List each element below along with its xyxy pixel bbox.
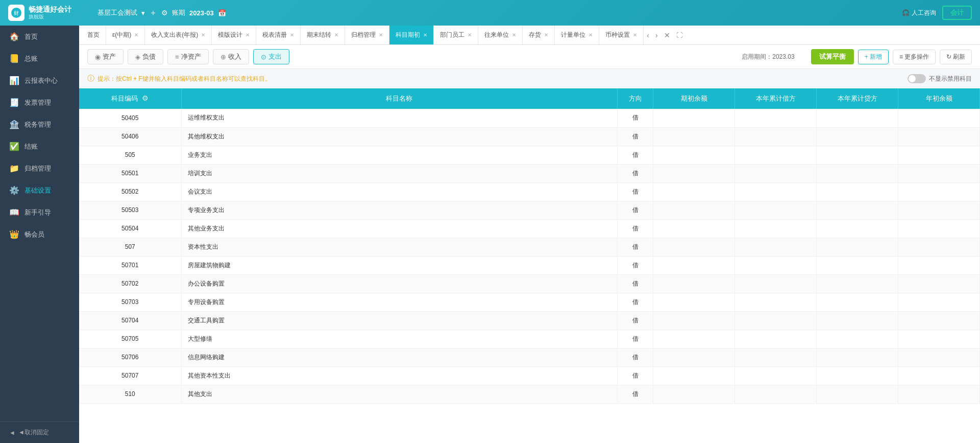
cell-code: 50707 (79, 366, 181, 385)
tab-home[interactable]: 首页 (81, 26, 106, 45)
tab-tax-clear[interactable]: 税表清册 ✕ (256, 26, 301, 45)
sub-tab-asset[interactable]: ◉ 资产 (87, 49, 124, 64)
calendar-icon[interactable]: 📅 (218, 9, 226, 17)
cell-credit (817, 348, 898, 366)
tab-close-icon[interactable]: ✕ (134, 32, 138, 38)
cell-credit (817, 182, 898, 201)
table-row[interactable]: 50705大型修缮借 (79, 330, 980, 348)
tab-close-all-btn[interactable]: ✕ (661, 29, 673, 41)
cell-name: 专项业务支出 (181, 201, 618, 219)
sidebar-item-ledger[interactable]: 📒 总账 (0, 48, 79, 69)
tab-currency[interactable]: 币种设置 ✕ (599, 26, 644, 45)
support-btn[interactable]: 🎧 人工咨询 (902, 9, 936, 17)
sidebar-item-label: 结账 (24, 142, 38, 151)
disable-toggle[interactable] (908, 74, 926, 83)
gear-icon[interactable]: ⚙ (142, 94, 149, 102)
cell-debit (735, 127, 817, 146)
tab-interim[interactable]: ε(中期) ✕ (106, 26, 145, 45)
header-project[interactable]: 基层工会测试 ▾ ＋ ⚙ 账期 2023-03 📅 (97, 8, 226, 18)
tab-prev-btn[interactable]: ‹ (644, 29, 652, 41)
sub-tab-income[interactable]: ⊕ 收入 (213, 49, 249, 64)
account-btn[interactable]: 会计 (942, 6, 972, 20)
cell-dir: 借 (618, 385, 653, 403)
cell-balance (653, 311, 735, 330)
sidebar-item-guide[interactable]: 📖 新手引导 (0, 201, 79, 223)
table-row[interactable]: 50706信息网络购建借 (79, 348, 980, 366)
sidebar-item-reports[interactable]: 📊 云报表中心 (0, 69, 79, 91)
table-row[interactable]: 50701房屋建筑物购建借 (79, 256, 980, 274)
cell-dir: 借 (618, 182, 653, 201)
period-value: 2023-03 (189, 9, 214, 17)
cell-name: 业务支出 (181, 146, 618, 164)
table-row[interactable]: 50702办公设备购置借 (79, 274, 980, 293)
tab-close-icon[interactable]: ✕ (379, 32, 383, 38)
tab-inventory[interactable]: 存货 ✕ (523, 26, 555, 45)
sidebar-item-basic-settings[interactable]: ⚙️ 基础设置 (0, 179, 79, 201)
tab-close-icon[interactable]: ✕ (512, 32, 516, 38)
tab-close-icon[interactable]: ✕ (423, 32, 427, 38)
home-icon: 🏠 (9, 32, 19, 41)
tab-close-icon[interactable]: ✕ (544, 32, 548, 38)
cell-debit (735, 238, 817, 256)
tab-income-annual[interactable]: 收入支出表(年报) ✕ (145, 26, 212, 45)
add-btn[interactable]: + 新增 (858, 50, 889, 64)
sidebar-item-label: 税务管理 (24, 120, 51, 129)
sidebar-item-member[interactable]: 👑 畅会员 (0, 223, 79, 245)
tab-bar: 首页 ε(中期) ✕ 收入支出表(年报) ✕ 模版设计 ✕ 税表清册 ✕ 期末结… (79, 26, 980, 45)
tab-close-icon[interactable]: ✕ (246, 32, 250, 38)
tab-archive-mgmt[interactable]: 归档管理 ✕ (345, 26, 389, 45)
tab-period-end[interactable]: 期末结转 ✕ (301, 26, 345, 45)
sub-tab-liability[interactable]: ◈ 负债 (128, 49, 163, 64)
tab-close-icon[interactable]: ✕ (589, 32, 593, 38)
table-row[interactable]: 50704交通工具购置借 (79, 311, 980, 330)
table-row[interactable]: 50707其他资本性支出借 (79, 366, 980, 385)
tab-subject-init[interactable]: 科目期初 ✕ (389, 26, 434, 45)
cell-code: 505 (79, 146, 181, 164)
sub-tab-net-asset[interactable]: ≡ 净资产 (167, 49, 209, 64)
settings-icon[interactable]: ⚙ (161, 9, 168, 17)
sidebar-item-archive[interactable]: 📁 归档管理 (0, 157, 79, 179)
more-operations-btn[interactable]: ≡ 更多操作 (893, 50, 936, 64)
table-row[interactable]: 50405运维维权支出借 (79, 109, 980, 127)
top-header: 财 畅捷通好会计 旗舰版 基层工会测试 ▾ ＋ ⚙ 账期 2023-03 📅 🎧… (0, 0, 980, 26)
tab-template[interactable]: 模版设计 ✕ (212, 26, 256, 45)
cell-name: 会议支出 (181, 182, 618, 201)
table-row[interactable]: 50501培训支出借 (79, 164, 980, 182)
sidebar-collapse-btn[interactable]: ◄ ◄取消固定 (0, 422, 79, 443)
sidebar-item-invoice[interactable]: 🧾 发票管理 (0, 91, 79, 113)
sub-tab-expense[interactable]: ⊙ 支出 (253, 49, 289, 64)
header-right: 🎧 人工咨询 会计 (902, 6, 972, 20)
sidebar-item-label: 云报表中心 (24, 76, 58, 85)
tab-close-icon[interactable]: ✕ (201, 32, 205, 38)
sidebar-item-tax[interactable]: 🏦 税务管理 (0, 113, 79, 135)
tab-dept-employee[interactable]: 部门员工 ✕ (434, 26, 478, 45)
table-row[interactable]: 50504其他业务支出借 (79, 219, 980, 238)
refresh-btn[interactable]: ↻ 刷新 (940, 50, 972, 64)
cell-dir: 借 (618, 238, 653, 256)
tab-unit[interactable]: 计量单位 ✕ (555, 26, 599, 45)
tab-close-icon[interactable]: ✕ (633, 32, 637, 38)
dropdown-icon[interactable]: ▾ (141, 9, 145, 17)
tab-counterparty[interactable]: 往来单位 ✕ (478, 26, 523, 45)
cell-balance (653, 146, 735, 164)
table-row[interactable]: 505业务支出借 (79, 146, 980, 164)
tab-close-icon[interactable]: ✕ (468, 32, 472, 38)
tab-close-icon[interactable]: ✕ (334, 32, 338, 38)
sidebar-item-home[interactable]: 🏠 首页 (0, 26, 79, 48)
table-row[interactable]: 50406其他维权支出借 (79, 127, 980, 146)
tab-close-icon[interactable]: ✕ (290, 32, 294, 38)
table-row[interactable]: 507资本性支出借 (79, 238, 980, 256)
cell-credit (817, 109, 898, 127)
trial-balance-btn[interactable]: 试算平衡 (811, 49, 854, 64)
table-row[interactable]: 50703专用设备购置借 (79, 293, 980, 311)
sidebar-item-closing[interactable]: ✅ 结账 (0, 135, 79, 157)
add-project-btn[interactable]: ＋ (149, 8, 157, 18)
col-dir-header: 方向 (618, 88, 653, 109)
table-row[interactable]: 510其他支出借 (79, 385, 980, 403)
tab-next-btn[interactable]: › (652, 29, 661, 41)
cell-debit (735, 293, 817, 311)
table-row[interactable]: 50503专项业务支出借 (79, 201, 980, 219)
ledger-icon: 📒 (9, 54, 19, 63)
tab-expand-btn[interactable]: ⛶ (673, 30, 685, 41)
table-row[interactable]: 50502会议支出借 (79, 182, 980, 201)
